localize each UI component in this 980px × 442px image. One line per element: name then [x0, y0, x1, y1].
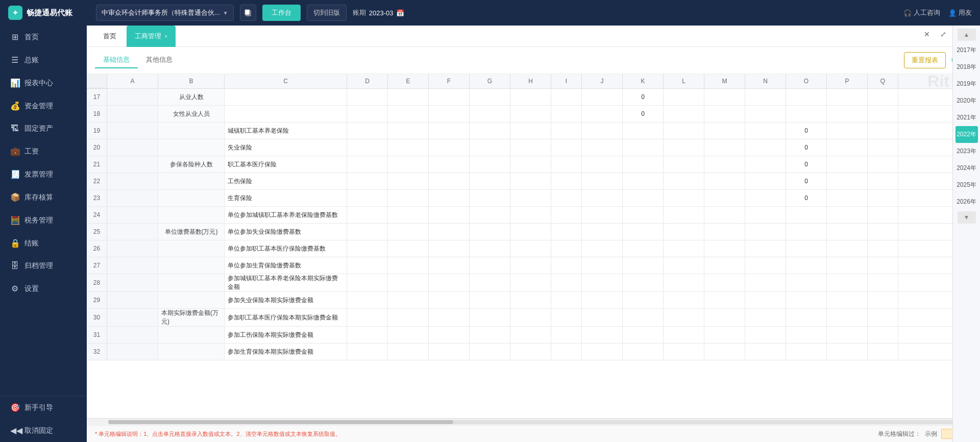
cell-18-j[interactable] — [582, 106, 623, 122]
cell-27-p[interactable] — [827, 257, 868, 274]
cell-29-h[interactable] — [510, 292, 551, 308]
cell-32-p[interactable] — [827, 343, 868, 360]
cell-31-c[interactable]: 参加工伤保险本期实际缴费金额 — [225, 327, 347, 343]
cell-19-n[interactable] — [745, 122, 786, 139]
cell-17-q[interactable] — [868, 89, 898, 105]
cell-31-q[interactable] — [868, 327, 898, 343]
cell-32-j[interactable] — [582, 343, 623, 360]
cell-23-l[interactable] — [664, 190, 704, 206]
cell-32-m[interactable] — [704, 343, 745, 360]
cell-23-q[interactable] — [868, 190, 898, 206]
cell-27-e[interactable] — [388, 257, 429, 274]
cell-21-m[interactable] — [704, 156, 745, 173]
cell-24-l[interactable] — [664, 207, 704, 223]
cell-28-b[interactable] — [158, 274, 225, 291]
cell-26-f[interactable] — [429, 240, 470, 257]
cell-26-p[interactable] — [827, 240, 868, 257]
cell-19-h[interactable] — [510, 122, 551, 139]
sidebar-item-ledger[interactable]: ☰ 总账 — [0, 48, 87, 71]
cell-23-c[interactable]: 生育保险 — [225, 190, 347, 206]
cell-28-h[interactable] — [510, 274, 551, 291]
cell-27-a[interactable] — [107, 257, 158, 274]
cell-20-i[interactable] — [551, 139, 582, 156]
cell-22-a[interactable] — [107, 173, 158, 189]
cell-19-i[interactable] — [551, 122, 582, 139]
cell-20-d[interactable] — [347, 139, 388, 156]
cell-18-n[interactable] — [745, 106, 786, 122]
cell-31-b[interactable] — [158, 327, 225, 343]
cell-20-j[interactable] — [582, 139, 623, 156]
cell-32-b[interactable] — [158, 343, 225, 360]
cell-24-p[interactable] — [827, 207, 868, 223]
cell-29-n[interactable] — [745, 292, 786, 308]
cell-23-d[interactable] — [347, 190, 388, 206]
cell-30-k[interactable] — [623, 309, 664, 326]
cell-24-d[interactable] — [347, 207, 388, 223]
cell-29-f[interactable] — [429, 292, 470, 308]
cell-30-l[interactable] — [664, 309, 704, 326]
cell-23-e[interactable] — [388, 190, 429, 206]
cell-23-a[interactable] — [107, 190, 158, 206]
cell-21-o[interactable]: 0 — [786, 156, 827, 173]
cell-27-c[interactable]: 单位参加生育保险缴费基数 — [225, 257, 347, 274]
cell-23-i[interactable] — [551, 190, 582, 206]
cell-20-a[interactable] — [107, 139, 158, 156]
cell-30-g[interactable] — [470, 309, 510, 326]
cell-26-j[interactable] — [582, 240, 623, 257]
cell-28-p[interactable] — [827, 274, 868, 291]
sidebar-item-settings[interactable]: ⚙ 设置 — [0, 277, 87, 300]
cell-27-k[interactable] — [623, 257, 664, 274]
cell-32-k[interactable] — [623, 343, 664, 360]
cell-25-g[interactable] — [470, 224, 510, 240]
cell-29-d[interactable] — [347, 292, 388, 308]
cell-22-h[interactable] — [510, 173, 551, 189]
cell-17-p[interactable] — [827, 89, 868, 105]
cell-31-d[interactable] — [347, 327, 388, 343]
sidebar-item-close[interactable]: 🔒 结账 — [0, 232, 87, 255]
cell-21-b[interactable]: 参保各险种人数 — [158, 156, 225, 173]
cell-24-h[interactable] — [510, 207, 551, 223]
tab-bizmanage[interactable]: 工商管理 × — [127, 26, 176, 47]
cell-31-e[interactable] — [388, 327, 429, 343]
cell-28-f[interactable] — [429, 274, 470, 291]
cell-25-q[interactable] — [868, 224, 898, 240]
cell-22-o[interactable]: 0 — [786, 173, 827, 189]
sidebar-item-home[interactable]: ⊞ 首页 — [0, 26, 87, 48]
year-2019[interactable]: 2019年 — [955, 76, 978, 92]
cell-31-l[interactable] — [664, 327, 704, 343]
cell-32-h[interactable] — [510, 343, 551, 360]
cell-30-a[interactable] — [107, 309, 158, 326]
cell-29-o[interactable] — [786, 292, 827, 308]
cell-25-f[interactable] — [429, 224, 470, 240]
cell-17-b[interactable]: 从业人数 — [158, 89, 225, 105]
cell-27-m[interactable] — [704, 257, 745, 274]
cell-23-j[interactable] — [582, 190, 623, 206]
cell-20-h[interactable] — [510, 139, 551, 156]
sidebar-item-archive[interactable]: 🗄 归档管理 — [0, 255, 87, 277]
cell-31-f[interactable] — [429, 327, 470, 343]
cell-32-a[interactable] — [107, 343, 158, 360]
cell-28-d[interactable] — [347, 274, 388, 291]
cell-31-a[interactable] — [107, 327, 158, 343]
cell-25-o[interactable] — [786, 224, 827, 240]
cell-18-a[interactable] — [107, 106, 158, 122]
cell-19-a[interactable] — [107, 122, 158, 139]
cell-25-e[interactable] — [388, 224, 429, 240]
cell-26-g[interactable] — [470, 240, 510, 257]
cell-19-b[interactable] — [158, 122, 225, 139]
cell-21-f[interactable] — [429, 156, 470, 173]
cell-19-e[interactable] — [388, 122, 429, 139]
cell-27-q[interactable] — [868, 257, 898, 274]
cell-18-h[interactable] — [510, 106, 551, 122]
cell-27-o[interactable] — [786, 257, 827, 274]
cell-17-e[interactable] — [388, 89, 429, 105]
cell-17-l[interactable] — [664, 89, 704, 105]
year-nav-up[interactable]: ▲ — [958, 29, 976, 41]
expand-window-button[interactable]: ⤢ — [937, 28, 949, 40]
cell-18-m[interactable] — [704, 106, 745, 122]
cell-18-f[interactable] — [429, 106, 470, 122]
cell-17-f[interactable] — [429, 89, 470, 105]
cell-18-e[interactable] — [388, 106, 429, 122]
sub-tab-basic[interactable]: 基础信息 — [95, 52, 138, 68]
spreadsheet-body[interactable]: 17 从业人数 0 — [87, 89, 980, 418]
